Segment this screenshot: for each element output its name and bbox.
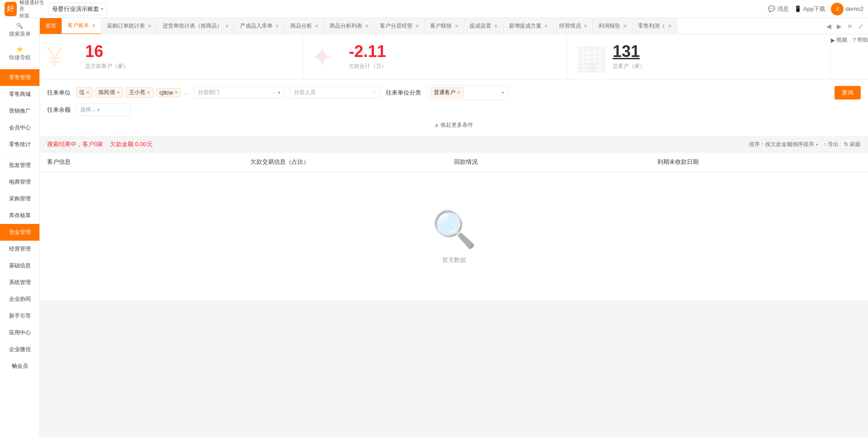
export-button[interactable]: ↑ 导出 [824,141,839,148]
tab-product-analysis-list[interactable]: 商品分析列表 ✕ [324,18,374,34]
filter-tag-cjttcw-close[interactable]: ✕ [174,90,178,95]
tab-close-profit-report[interactable]: ✕ [623,24,627,28]
app-download-button[interactable]: 📱 App下载 [794,5,825,13]
stat-bg-icon-clients: 🏢 [575,41,609,73]
sidebar-item-member-vip[interactable]: 畅会员 [0,358,39,375]
table-header-due-date: 到期未收款日期 [657,158,861,166]
balance-filter-select[interactable]: 选择... ▾ [76,104,130,116]
sidebar-item-inventory[interactable]: 库存核算 [0,207,39,224]
page-content: ¥ 16 总欠款客户（家） ✦ -2.11 欠款合计（万） 🏢 [40,34,868,437]
classify-filter-label: 往来单位分类 [386,89,421,97]
tab-close-operations-status[interactable]: ✕ [584,24,587,28]
sidebar-item-wholesale-mgmt[interactable]: 批发管理 [0,157,39,174]
query-button[interactable]: 查询 [834,86,861,100]
workspace-selector[interactable]: 母婴行业演示账套 ▾ [48,3,107,15]
filter-row-1: 往来单位 伍 ✕ 陈民强 ✕ 王小亮 ✕ [47,85,861,100]
tab-close-inbound-stats[interactable]: ✕ [225,24,229,28]
sidebar-item-marketing[interactable]: 营销推广 [0,103,39,119]
tab-product-analysis[interactable]: 商品分析 ✕ [285,18,324,34]
tab-close-raise-settings[interactable]: ✕ [494,24,498,28]
collapse-button[interactable]: ∧ 收起更多条件 [47,119,861,131]
sort-selector[interactable]: 排序：按欠款金额倒序排序 ▾ [749,141,818,148]
result-bar: 搜索结果中，客户0家 欠款金额 0.00元 排序：按欠款金额倒序排序 ▾ ↑ 导… [40,137,868,152]
topbar-right: 💬 消息 📱 App下载 d demo2 [768,3,863,15]
tab-close-product-analysis[interactable]: ✕ [315,24,318,28]
filter-tag-chen-close[interactable]: ✕ [116,90,120,95]
sidebar-item-retail-mgmt[interactable]: 零售管理 [0,69,39,86]
data-table: 客户信息 欠款交易信息（占比） 回款情况 到期未收款日期 🔍 暂无数据 [40,152,868,300]
tab-close-product-analysis-list[interactable]: ✕ [365,24,369,28]
filter-tag-wu: 伍 ✕ [76,87,93,98]
tab-close-customer-contact[interactable]: ✕ [455,24,458,28]
filter-row-2: 往来余额 选择... ▾ [47,104,861,116]
tab-new-raise-plan[interactable]: 新增提成方案 ✕ [504,18,554,34]
result-info: 搜索结果中，客户0家 欠款金额 0.00元 [47,140,153,148]
tab-product-inbound[interactable]: 产成品入库单 ✕ [235,18,285,34]
classify-tag-close[interactable]: ✕ [457,90,460,95]
person-select-more: ··· [373,90,376,95]
user-menu[interactable]: d demo2 [831,3,863,15]
tab-retail-profit[interactable]: 零售利润（ ✕ [633,18,677,34]
video-icon: ▶ [831,37,835,43]
person-filter-select[interactable]: 分管人员 ··· [290,86,380,99]
tab-close-customer-book[interactable]: ✕ [92,23,96,28]
sidebar-item-member-center[interactable]: 会员中心 [0,119,39,136]
tab-profit-report[interactable]: 利润报告 ✕ [593,18,633,34]
classify-filter-select[interactable]: 普通客户 ✕ ▾ [427,85,508,100]
table-header-debt-info: 欠款交易信息（占比） [250,158,454,166]
tab-purchase-stats[interactable]: 采购订单统计表 ✕ [101,18,157,34]
stat-card-total-customers: ¥ 16 总欠款客户（家） [40,34,303,79]
sidebar-item-basic-info[interactable]: 基础信息 [0,257,39,274]
total-customers-value: 16 [85,43,129,60]
main-layout: 🔍 搜索菜单 ⭐ 快捷导航 零售管理 零售商城 营销推广 会员中心 零售统计 批… [0,18,868,437]
tab-next-button[interactable]: ▶ [835,22,844,31]
sidebar-item-retail-stats[interactable]: 零售统计 [0,136,39,153]
stat-card-total-clients: 🏢 131 总客户（家） [567,34,831,79]
tab-expand-button[interactable]: ⤢ [856,22,865,31]
tab-close-new-raise-plan[interactable]: ✕ [544,24,548,28]
tab-close-customer-segment[interactable]: ✕ [415,24,419,28]
sidebar-item-finance-mgmt[interactable]: 资金管理 [0,224,39,241]
table-header-customer-info: 客户信息 [47,158,250,166]
tab-prev-button[interactable]: ◀ [825,22,833,31]
tab-customer-book[interactable]: 客户账本 ✕ [62,18,101,34]
tab-close-purchase-stats[interactable]: ✕ [148,24,151,28]
stat-bg-icon-debt: ✦ [311,41,333,73]
sidebar-item-operations[interactable]: 经营管理 [0,241,39,257]
refresh-button[interactable]: ↻ 刷新 [844,141,861,148]
total-customers-label: 总欠款客户（家） [85,62,129,70]
sidebar-item-enterprise[interactable]: 企业协同 [0,291,39,308]
sidebar-item-app-center[interactable]: 应用中心 [0,324,39,341]
tab-customer-contact[interactable]: 客户联络 ✕ [425,18,464,34]
sidebar-item-retail-mall[interactable]: 零售商城 [0,86,39,103]
stat-bg-icon-customers: ¥ [47,41,62,72]
sidebar: 🔍 搜索菜单 ⭐ 快捷导航 零售管理 零售商城 营销推广 会员中心 零售统计 批… [0,18,40,437]
sidebar-item-ecommerce[interactable]: 电商管理 [0,174,39,190]
filter-tag-wu-close[interactable]: ✕ [86,90,90,95]
tab-customer-segment[interactable]: 客户分层经营 ✕ [374,18,425,34]
sidebar-item-new-guide[interactable]: 新手引导 [0,308,39,324]
tab-operations-status[interactable]: 经营情况 ✕ [554,18,593,34]
message-button[interactable]: 💬 消息 [768,5,789,13]
dept-filter-select[interactable]: 分管部门 ··· ▾ [194,86,284,99]
tab-raise-settings[interactable]: 提成设置 ✕ [464,18,504,34]
avatar: d [831,3,844,15]
video-button[interactable]: ▶ 视频 [831,36,847,44]
empty-text: 暂无数据 [442,256,466,264]
tab-close-retail-profit[interactable]: ✕ [668,24,671,28]
tab-close-product-inbound[interactable]: ✕ [275,24,279,28]
empty-state: 🔍 暂无数据 [40,172,868,300]
filter-tag-wang-close[interactable]: ✕ [147,90,150,95]
tab-close-all-button[interactable]: ✕ [845,22,854,31]
quick-nav-button[interactable]: ⭐ 快捷导航 [0,43,39,65]
balance-chevron-icon: ▾ [97,107,100,112]
search-menu-button[interactable]: 🔍 搜索菜单 [4,23,36,38]
sidebar-item-purchase[interactable]: 采购管理 [0,190,39,207]
tab-inbound-stats[interactable]: 进货单统计表（按商品） ✕ [157,18,235,34]
tab-home[interactable]: 首页 [40,18,62,34]
stat-info-debt: -2.11 欠款合计（万） [349,43,387,70]
sidebar-item-sys-mgmt[interactable]: 系统管理 [0,274,39,291]
filter-more-button[interactable]: ... [184,90,188,96]
help-button[interactable]: ? 帮助 [853,36,868,44]
sidebar-item-enterprise-wechat[interactable]: 企业微信 [0,341,39,358]
